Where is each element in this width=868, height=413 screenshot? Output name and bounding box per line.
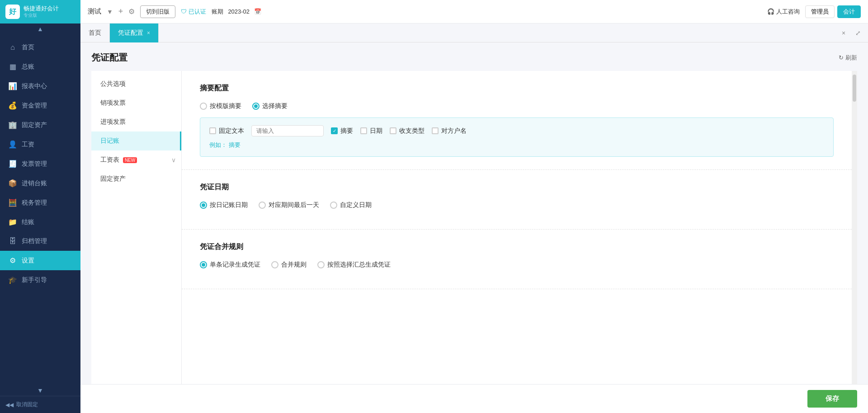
save-button[interactable]: 保存 <box>807 390 857 408</box>
sidebar-navigation: ⌂ 首页 ▦ 总账 📊 报表中心 💰 资金管理 🏢 固定资产 👤 工资 🧾 发票… <box>0 34 80 385</box>
radio-circle-summary-gen <box>317 261 325 268</box>
merge-radio-group: 单条记录生成凭证 合并规则 按照选择汇总生成凭证 <box>200 261 834 269</box>
fixed-text-input[interactable] <box>251 125 324 136</box>
sidebar-item-reports[interactable]: 📊 报表中心 <box>0 76 80 96</box>
radio-custom-date[interactable]: 自定义日期 <box>330 201 372 209</box>
sidebar-item-assets[interactable]: 🏢 固定资产 <box>0 115 80 135</box>
save-bar: 保存 <box>80 384 868 413</box>
radio-summary-generate[interactable]: 按照选择汇总生成凭证 <box>317 261 391 269</box>
radio-single-record[interactable]: 单条记录生成凭证 <box>200 261 260 269</box>
window-maximize-button[interactable]: ⤢ <box>852 27 864 39</box>
left-nav-fixed-assets[interactable]: 固定资产 <box>91 169 181 188</box>
sidebar-item-label: 税务管理 <box>22 199 47 207</box>
help-button[interactable]: 🎧 人工咨询 <box>767 8 800 16</box>
sidebar-item-trade[interactable]: 📦 进销台账 <box>0 174 80 193</box>
left-nav-public[interactable]: 公共选项 <box>91 75 181 94</box>
sidebar-scroll-up[interactable]: ▲ <box>0 23 80 34</box>
left-nav-journal[interactable]: 日记账 <box>91 131 181 150</box>
radio-circle-single <box>200 261 207 268</box>
checkbox-fixed-text[interactable]: 固定文本 <box>209 127 244 135</box>
sidebar-item-ledger[interactable]: ▦ 总账 <box>0 57 80 76</box>
sidebar-item-label: 资金管理 <box>22 102 47 110</box>
merge-section-title: 凭证合并规则 <box>200 242 834 252</box>
tab-close-icon[interactable]: × <box>147 30 150 36</box>
app-edition: 专业版 <box>24 12 59 19</box>
trade-icon: 📦 <box>8 179 17 188</box>
accountant-button[interactable]: 会计 <box>837 5 861 18</box>
radio-circle-period-last <box>259 202 266 209</box>
sidebar-item-label: 结账 <box>22 218 34 226</box>
sidebar-item-settings[interactable]: ⚙ 设置 <box>0 251 80 270</box>
sidebar-scroll-down[interactable]: ▼ <box>0 385 80 396</box>
topbar-right: 🎧 人工咨询 管理员 会计 <box>767 5 861 18</box>
left-nav-sales-invoice[interactable]: 销项发票 <box>91 94 181 113</box>
example-value: 摘要 <box>229 141 241 148</box>
add-icon[interactable]: + <box>118 7 123 16</box>
sidebar-item-label: 发票管理 <box>22 160 47 168</box>
pin-label: 取消固定 <box>16 401 38 408</box>
sidebar-item-invoice[interactable]: 🧾 发票管理 <box>0 154 80 174</box>
summary-options-box: 固定文本 ✓ 摘要 日期 <box>200 117 834 157</box>
merge-section: 凭证合并规则 单条记录生成凭证 合并规则 <box>182 230 852 289</box>
headphone-icon: 🎧 <box>767 8 774 15</box>
checkbox-box-fixed <box>209 127 216 134</box>
sidebar-item-label: 固定资产 <box>22 121 47 129</box>
checkbox-box-summary: ✓ <box>331 127 338 134</box>
checkbox-payment-type[interactable]: 收支类型 <box>390 127 425 135</box>
page-title-row: 凭证配置 ↻ 刷新 <box>91 52 857 64</box>
sidebar-item-tax[interactable]: 🧮 税务管理 <box>0 193 80 212</box>
summary-section: 摘要配置 按模版摘要 选择摘要 <box>182 71 852 170</box>
ledger-icon: ▦ <box>8 62 17 71</box>
right-scrollbar[interactable] <box>852 71 857 413</box>
sidebar-item-close[interactable]: 📁 结账 <box>0 212 80 232</box>
sidebar-item-salary[interactable]: 👤 工资 <box>0 135 80 154</box>
window-close-button[interactable]: × <box>837 27 850 39</box>
sidebar-item-funds[interactable]: 💰 资金管理 <box>0 96 80 115</box>
sidebar-item-label: 首页 <box>22 43 34 52</box>
radio-template-summary[interactable]: 按模版摘要 <box>200 102 241 110</box>
left-nav-payroll[interactable]: 工资表 NEW ∨ <box>91 150 181 169</box>
sidebar-item-archive[interactable]: 🗄 归档管理 <box>0 232 80 251</box>
tab-voucher-config-label: 凭证配置 <box>118 29 143 37</box>
sidebar-item-guide[interactable]: 🎓 新手引导 <box>0 270 80 290</box>
invoice-icon: 🧾 <box>8 160 17 168</box>
date-section-title: 凭证日期 <box>200 183 834 192</box>
calendar-icon[interactable]: 📅 <box>254 8 261 15</box>
settings-icon: ⚙ <box>8 256 17 265</box>
radio-period-last-day[interactable]: 对应期间最后一天 <box>259 201 319 209</box>
sidebar-item-label: 工资 <box>22 141 34 149</box>
radio-circle-merge <box>271 261 278 268</box>
assets-icon: 🏢 <box>8 121 17 129</box>
left-nav: 公共选项 销项发票 进项发票 日记账 工资表 NEW ∨ <box>91 71 182 413</box>
radio-select-summary[interactable]: 选择摘要 <box>252 102 288 110</box>
checkbox-box-payment <box>390 127 396 134</box>
date-section: 凭证日期 按日记账日期 对应期间最后一天 <box>182 170 852 230</box>
tab-home[interactable]: 首页 <box>80 23 110 42</box>
manager-button[interactable]: 管理员 <box>805 5 835 18</box>
radio-journal-date[interactable]: 按日记账日期 <box>200 201 248 209</box>
sidebar-item-home[interactable]: ⌂ 首页 <box>0 38 80 57</box>
radio-circle-template <box>200 103 207 110</box>
sidebar-item-label: 报表中心 <box>22 82 47 90</box>
checkbox-summary[interactable]: ✓ 摘要 <box>331 127 353 135</box>
sidebar-pin-toggle[interactable]: ◀◀ 取消固定 <box>0 396 80 413</box>
settings-gear-icon[interactable]: ⚙ <box>128 7 135 16</box>
tab-voucher-config[interactable]: 凭证配置 × <box>110 23 159 42</box>
logo-icon: 好 <box>5 5 20 19</box>
old-version-button[interactable]: 切到旧版 <box>140 5 175 18</box>
refresh-button[interactable]: ↻ 刷新 <box>839 54 857 62</box>
page-title: 凭证配置 <box>91 52 127 64</box>
dropdown-icon[interactable]: ▼ <box>107 8 113 15</box>
scrollbar-thumb <box>853 75 856 102</box>
left-nav-purchase-invoice[interactable]: 进项发票 <box>91 113 181 131</box>
example-text: 例如： 摘要 <box>209 141 824 149</box>
checkbox-date[interactable]: 日期 <box>360 127 382 135</box>
pin-icon: ◀◀ <box>5 402 14 408</box>
sidebar-item-label: 新手引导 <box>22 276 47 284</box>
main-area: 测试 ▼ + ⚙ 切到旧版 🛡 已认证 账期 2023-02 📅 🎧 人工咨询 … <box>80 0 868 413</box>
new-badge: NEW <box>123 157 137 163</box>
checkbox-counterpart[interactable]: 对方户名 <box>432 127 467 135</box>
content-area: 凭证配置 ↻ 刷新 公共选项 销项发票 进项发票 <box>80 42 868 413</box>
config-layout: 公共选项 销项发票 进项发票 日记账 工资表 NEW ∨ <box>91 71 857 413</box>
radio-merge-rules[interactable]: 合并规则 <box>271 261 307 269</box>
